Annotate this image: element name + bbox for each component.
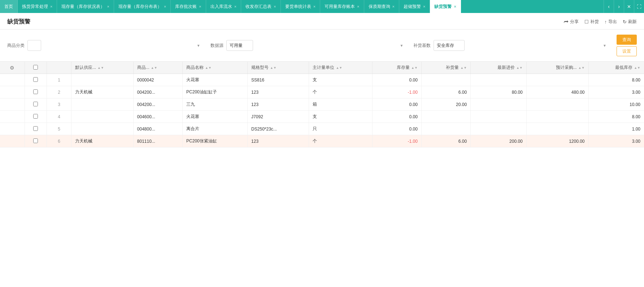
td-checkbox-2[interactable] <box>25 98 47 111</box>
row-checkbox-0[interactable] <box>33 77 38 82</box>
tab-item-2[interactable]: 现存量（库存状况表）× <box>57 0 114 13</box>
tab-close-6[interactable]: × <box>274 4 276 9</box>
tab-label: 保质期查询 <box>369 4 390 10</box>
th-supplier[interactable]: 默认供应... ▲▼ <box>71 62 134 74</box>
tab-close-9[interactable]: × <box>392 4 395 9</box>
td-supplier-5: 力天机械 <box>71 135 134 147</box>
td-checkbox-0[interactable] <box>25 74 47 86</box>
sort-unit-icon: ▲▼ <box>336 66 342 70</box>
tab-item-11[interactable]: 缺货预警× <box>430 0 461 13</box>
tab-item-10[interactable]: 超储预警× <box>399 0 430 13</box>
sort-stock[interactable]: 库存量 ▲▼ <box>397 65 418 71</box>
row-checkbox-2[interactable] <box>33 102 38 106</box>
refresh-icon: ↻ <box>623 19 627 25</box>
td-latestprice-2 <box>471 98 527 111</box>
share-button[interactable]: ⮫ 分享 <box>564 19 579 25</box>
sort-replenish[interactable]: 补货量 ▲▼ <box>446 65 467 71</box>
td-checkbox-3[interactable] <box>25 111 47 123</box>
td-minstock-1: 3.00 <box>588 86 644 98</box>
replenish-basis-select-wrap: 安全库存 ▼ <box>434 40 609 51</box>
query-button[interactable]: 查询 <box>617 35 637 45</box>
sort-replenish-icon: ▲▼ <box>460 66 467 70</box>
td-checkbox-5[interactable] <box>25 135 47 147</box>
th-spec[interactable]: 规格型号 ▲▼ <box>248 62 309 74</box>
sort-goodsname[interactable]: 商品名称 ▲▼ <box>186 65 212 71</box>
sort-estpurchase[interactable]: 预计采购... ▲▼ <box>556 65 585 71</box>
category-select[interactable] <box>27 40 41 51</box>
td-checkbox-1[interactable] <box>25 86 47 98</box>
td-goodscode-5: 801110... <box>133 135 182 147</box>
td-unit-0: 支 <box>309 74 372 86</box>
td-settings-3 <box>0 111 25 123</box>
tab-scroll-left[interactable]: ‹ <box>604 0 614 13</box>
tab-close-11[interactable]: × <box>454 4 456 9</box>
refresh-button[interactable]: ↻ 刷新 <box>623 19 637 25</box>
sort-spec[interactable]: 规格型号 ▲▼ <box>251 65 277 71</box>
export-button[interactable]: ↑ 导出 <box>605 19 617 25</box>
sort-latestprice[interactable]: 最新进价 ▲▼ <box>497 65 523 71</box>
td-replenish-2: 20.00 <box>421 98 470 111</box>
tab-fullscreen[interactable]: ⛶ <box>634 0 644 13</box>
header-actions: ⮫ 分享 ☐ 补货 ↑ 导出 ↻ 刷新 <box>564 19 637 25</box>
tab-close-8[interactable]: × <box>357 4 359 9</box>
td-stock-2: 0.00 <box>372 98 421 111</box>
tab-label: 现存量（库存分布表） <box>118 4 162 10</box>
tab-item-9[interactable]: 保质期查询× <box>364 0 399 13</box>
tab-item-3[interactable]: 现存量（库存分布表）× <box>114 0 171 13</box>
row-checkbox-3[interactable] <box>33 114 38 119</box>
th-checkbox[interactable] <box>25 62 47 74</box>
tab-close-5[interactable]: × <box>234 4 236 9</box>
td-settings-2 <box>0 98 25 111</box>
td-goodsname-0: 火花塞 <box>183 74 248 86</box>
row-checkbox-1[interactable] <box>33 89 38 94</box>
td-minstock-2: 10.00 <box>588 98 644 111</box>
sort-supplier[interactable]: 默认供应... ▲▼ <box>75 65 104 71</box>
tab-close-all[interactable]: ✕ <box>624 0 634 13</box>
tab-close-10[interactable]: × <box>423 4 425 9</box>
sort-goodscode[interactable]: 商品... ▲▼ <box>137 65 157 71</box>
tab-item-4[interactable]: 库存批次账× <box>171 0 206 13</box>
tab-item-5[interactable]: 出入库流水× <box>206 0 241 13</box>
tab-label: 要货单统计表 <box>285 4 311 10</box>
th-goodscode[interactable]: 商品... ▲▼ <box>133 62 182 74</box>
tab-close-7[interactable]: × <box>313 4 316 9</box>
th-settings[interactable]: ⚙ <box>0 62 25 74</box>
replenish-button[interactable]: ☐ 补货 <box>584 19 599 25</box>
tab-item-6[interactable]: 收发存汇总表× <box>241 0 280 13</box>
datasource-select[interactable]: 可用量 <box>226 40 253 51</box>
tab-scroll-right[interactable]: › <box>614 0 624 13</box>
td-checkbox-4[interactable] <box>25 123 47 135</box>
tab-item-7[interactable]: 要货单统计表× <box>281 0 320 13</box>
th-latestprice[interactable]: 最新进价 ▲▼ <box>471 62 527 74</box>
select-all-checkbox[interactable] <box>33 65 38 70</box>
replenish-basis-label: 补货基数 <box>413 43 431 49</box>
sort-unit[interactable]: 主计量单位 ▲▼ <box>313 65 342 71</box>
row-checkbox-4[interactable] <box>33 126 38 131</box>
tab-close-3[interactable]: × <box>164 4 166 9</box>
td-latestprice-3 <box>471 111 527 123</box>
tab-label: 超储预警 <box>404 4 421 10</box>
tab-close-2[interactable]: × <box>107 4 109 9</box>
th-unit[interactable]: 主计量单位 ▲▼ <box>309 62 372 74</box>
sort-minstock[interactable]: 最低库存 ▲▼ <box>615 65 640 71</box>
tab-item-8[interactable]: 可用量库存账本× <box>320 0 364 13</box>
tab-close-1[interactable]: × <box>50 4 52 9</box>
tab-item-0[interactable]: 首页 <box>0 0 18 13</box>
sort-spec-icon: ▲▼ <box>270 66 277 70</box>
tab-item-1[interactable]: 拣货异常处理× <box>18 0 57 13</box>
td-goodsname-1: PC200油缸缸子 <box>183 86 248 98</box>
td-settings-5 <box>0 135 25 147</box>
settings-button[interactable]: 设置 <box>617 46 637 56</box>
th-minstock[interactable]: 最低库存 ▲▼ <box>588 62 644 74</box>
td-stock-1: -1.00 <box>372 86 421 98</box>
th-stock[interactable]: 库存量 ▲▼ <box>372 62 421 74</box>
gear-icon[interactable]: ⚙ <box>10 65 14 71</box>
th-replenish[interactable]: 补货量 ▲▼ <box>421 62 470 74</box>
td-spec-2: 123 <box>248 98 309 111</box>
replenish-basis-select[interactable]: 安全库存 <box>434 40 465 51</box>
th-goodsname[interactable]: 商品名称 ▲▼ <box>183 62 248 74</box>
row-checkbox-5[interactable] <box>33 138 38 143</box>
td-unit-1: 个 <box>309 86 372 98</box>
tab-close-4[interactable]: × <box>199 4 201 9</box>
th-estpurchase[interactable]: 预计采购... ▲▼ <box>526 62 588 74</box>
